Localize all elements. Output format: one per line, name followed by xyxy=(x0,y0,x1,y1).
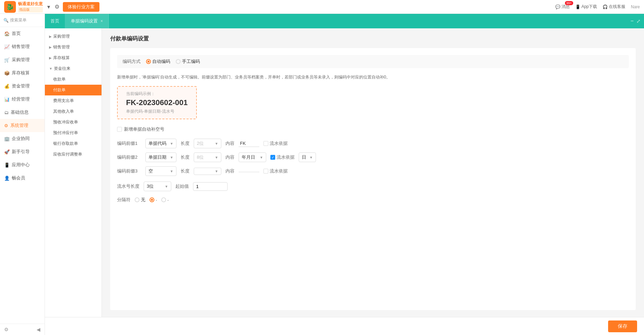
bottom-bar: 保存 xyxy=(45,317,644,335)
radio-manual[interactable]: 手工编码 xyxy=(176,58,200,65)
serial-length-select[interactable]: 3位 ▼ xyxy=(144,182,171,191)
prefix2-stream-checkbox[interactable]: ✓ xyxy=(270,155,275,160)
tab-expand-icon[interactable]: ⤢ xyxy=(636,18,641,24)
prefix1-stream-checkbox[interactable] xyxy=(263,141,268,146)
prefix3-label: 编码前缀3 xyxy=(117,168,141,174)
left-nav-item-bank[interactable]: 银行存取款单 xyxy=(45,138,102,149)
sep-radio-dash[interactable]: · xyxy=(161,197,169,203)
coding-method-label: 编码方式 xyxy=(123,58,141,65)
manual-code-label: 手工编码 xyxy=(182,58,200,65)
serial-length-value: 3位 xyxy=(147,183,154,189)
left-nav-group-sales-title[interactable]: ▶ 销售管理 xyxy=(45,42,102,53)
sidebar-item-sales[interactable]: 📈销售管理 xyxy=(0,40,45,53)
separator-label: 分隔符 xyxy=(117,197,131,203)
left-nav-item-other-income[interactable]: 其他收入单 xyxy=(45,106,102,117)
logo-text: 畅通道好生意 xyxy=(18,1,43,7)
page-title: 付款单编码设置 xyxy=(110,35,636,43)
radio-auto[interactable]: 自动编码 xyxy=(146,58,170,65)
prefix2-label: 编码前缀2 xyxy=(117,154,141,160)
prefix1-length-label: 长度 xyxy=(181,140,190,147)
prefix3-length-select[interactable]: ▼ xyxy=(194,168,221,175)
left-nav-item-expense[interactable]: 费用支出单 xyxy=(45,95,102,106)
prefix2-content-label: 内容 xyxy=(225,154,234,160)
tab-minimize-icon[interactable]: − xyxy=(631,18,634,24)
sidebar-item-inventory[interactable]: 📦库存核算 xyxy=(0,66,45,80)
topbar-dropdown[interactable]: ▼ xyxy=(46,4,51,10)
sidebar-item-finance[interactable]: 💰资金管理 xyxy=(0,80,45,93)
prefix2-row: 编码前缀2 单据日期 ▼ 长度 8位 ▼ 内容 xyxy=(117,152,629,162)
auto-code-label: 自动编码 xyxy=(152,58,170,65)
left-nav-group-capital: ▼ 资金往来 收款单 付款单 费用支出单 其他收入单 预收冲应收单 预付冲应付单… xyxy=(45,63,102,160)
sidebar-item-basic[interactable]: 🗂基础信息 xyxy=(0,106,45,119)
logo: 🐉 畅通道好生意 指品版 xyxy=(4,1,43,13)
left-nav-item-advance-recv[interactable]: 预收冲应收单 xyxy=(45,117,102,128)
sep-radio-none[interactable]: 无 xyxy=(135,197,145,203)
app-label: App下载 xyxy=(581,4,597,10)
save-button[interactable]: 保存 xyxy=(608,320,637,332)
tab-home[interactable]: 首页 xyxy=(45,14,65,28)
start-value-label: 起始值 xyxy=(175,183,189,189)
user-name[interactable]: Nare xyxy=(631,4,640,9)
preview-code: FK-20230602-001 xyxy=(126,98,188,107)
sidebar-search[interactable]: 🔍 搜索菜单 xyxy=(0,14,45,27)
prefix2-select[interactable]: 单据日期 ▼ xyxy=(145,152,176,162)
tab-close-icon[interactable]: × xyxy=(100,19,103,24)
prefix3-content-label: 内容 xyxy=(225,168,234,174)
left-nav-item-receipt[interactable]: 收款单 xyxy=(45,74,102,85)
app-download-button[interactable]: 📱 App下载 xyxy=(575,4,597,10)
preview-label: 当前编码示例： xyxy=(126,91,188,97)
start-value-input[interactable] xyxy=(193,182,228,191)
prefix2-content-select[interactable]: 年月日 ▼ xyxy=(239,152,266,162)
left-nav-group-inventory: ▶ 库存核算 xyxy=(45,53,102,63)
separator-row: 分隔符 无 · xyxy=(117,197,629,203)
prefix2-length-select[interactable]: 8位 ▼ xyxy=(194,152,221,162)
info-text: 新增单据时，'单据编码'自动生成，不可编辑。前缀设置为部门、业务员等档案类，开单… xyxy=(117,74,629,81)
auto-fill-checkbox[interactable] xyxy=(117,127,122,132)
msg-button[interactable]: 💬 消息 99+ xyxy=(555,4,570,10)
prefix2-stream-check: ✓ 流水依据 xyxy=(270,154,295,160)
topbar: 🐉 畅通道好生意 指品版 ▼ ⚙ 体验行业方案 💬 消息 99+ 📱 App下载 xyxy=(0,0,644,14)
sidebar-settings-icon[interactable]: ⚙ xyxy=(4,327,9,332)
service-button[interactable]: 🎧 在线客服 xyxy=(603,4,625,10)
prefix1-length-select[interactable]: 2位 ▼ xyxy=(194,139,221,148)
sidebar-item-corp[interactable]: 🏢企业协同 xyxy=(0,132,45,145)
prefix3-select[interactable]: 空 ▼ xyxy=(145,166,176,176)
left-nav-group-sales: ▶ 销售管理 xyxy=(45,42,102,53)
sidebar-item-guide[interactable]: 🚀新手引导 xyxy=(0,145,45,158)
prefix3-row: 编码前缀3 空 ▼ 长度 ▼ 内容 xyxy=(117,166,629,176)
msg-badge: 99+ xyxy=(565,1,573,5)
trial-button[interactable]: 体验行业方案 xyxy=(63,2,99,12)
prefix2-length-label: 长度 xyxy=(181,154,190,160)
settings-card: 编码方式 自动编码 手工编码 xyxy=(110,48,636,310)
sidebar: 🔍 搜索菜单 🏠首页 📈销售管理 🛒采购管理 📦库存核算 💰资金管理 xyxy=(0,14,45,335)
sidebar-item-apps[interactable]: 📱应用中心 xyxy=(0,158,45,171)
prefix1-select[interactable]: 单据代码 ▼ xyxy=(145,139,176,148)
service-label: 在线客服 xyxy=(609,4,625,10)
prefix2-unit-select[interactable]: 日 ▼ xyxy=(299,152,316,162)
sidebar-item-operations[interactable]: 📊经营管理 xyxy=(0,93,45,106)
sidebar-item-home[interactable]: 🏠首页 xyxy=(0,27,45,40)
sep-radio-dot[interactable]: · xyxy=(150,197,157,203)
preview-box: 当前编码示例： FK-20230602-001 单据代码-单据日期-流水号 xyxy=(117,86,197,119)
left-nav: ▶ 采购管理 ▶ 销售管理 ▶ 库存核算 xyxy=(45,28,102,317)
left-nav-group-capital-title[interactable]: ▼ 资金往来 xyxy=(45,63,102,74)
coding-method-row: 编码方式 自动编码 手工编码 xyxy=(117,55,629,68)
serial-row: 流水号长度 3位 ▼ 起始值 xyxy=(117,182,629,191)
sidebar-item-member[interactable]: 👤畅会员 xyxy=(0,171,45,185)
left-nav-item-adjust[interactable]: 应收应付调整单 xyxy=(45,149,102,160)
left-nav-item-payment[interactable]: 付款单 xyxy=(45,85,102,95)
left-nav-item-advance-pay[interactable]: 预付冲应付单 xyxy=(45,128,102,138)
prefix3-stream-checkbox[interactable] xyxy=(263,169,268,174)
preview-format: 单据代码-单据日期-流水号 xyxy=(126,109,188,114)
serial-length-label: 流水号长度 xyxy=(117,183,140,189)
prefix1-label: 编码前缀1 xyxy=(117,140,141,147)
sidebar-item-purchase[interactable]: 🛒采购管理 xyxy=(0,53,45,66)
settings-icon[interactable]: ⚙ xyxy=(55,3,59,10)
left-nav-group-purchase-title[interactable]: ▶ 采购管理 xyxy=(45,31,102,42)
sidebar-collapse-icon[interactable]: ◀ xyxy=(37,327,40,332)
tab-coding[interactable]: 单据编码设置 × xyxy=(65,14,109,28)
auto-fill-row: 新增单据自动补空号 xyxy=(117,126,629,132)
left-nav-group-inventory-title[interactable]: ▶ 库存核算 xyxy=(45,53,102,63)
prefix3-stream-check: 流水依据 xyxy=(263,168,288,174)
sidebar-item-system[interactable]: ⚙系统管理 xyxy=(0,119,45,132)
